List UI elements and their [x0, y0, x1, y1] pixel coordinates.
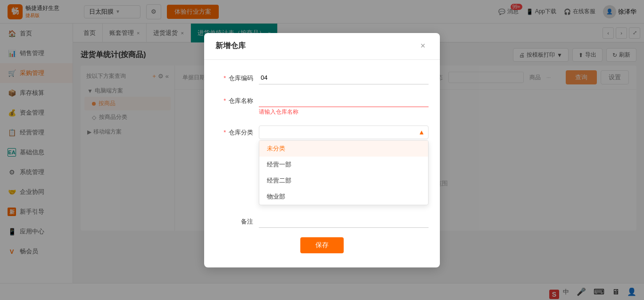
name-label: * 仓库名称 — [215, 94, 253, 105]
save-button[interactable]: 保存 — [300, 237, 344, 253]
code-control — [259, 71, 429, 84]
note-input[interactable] — [259, 215, 429, 228]
dropdown-item-dept1[interactable]: 经营一部 — [259, 157, 428, 173]
dropdown-item-uncat[interactable]: 未分类 — [259, 141, 428, 157]
modal-body: * 仓库编码 * 仓库名称 — [204, 60, 440, 228]
name-input[interactable] — [259, 94, 429, 107]
form-row-category: * 仓库分类 ▲ 未 — [215, 125, 429, 205]
modal-overlay: 新增仓库 × * 仓库编码 — [73, 42, 644, 300]
category-label: * 仓库分类 — [215, 125, 253, 137]
main-layout: 🏠 首页 📊 销售管理 🛒 采购管理 📦 库存核算 💰 资金管理 📋 经营管理 … — [0, 24, 644, 300]
modal-footer: 保存 — [204, 237, 440, 253]
dropdown-item-dept2[interactable]: 经营二部 — [259, 173, 428, 189]
category-select-wrapper: ▲ — [259, 125, 429, 139]
page-content: 进货单统计(按商品) 🖨 按模板打印 ▼ ⬆ 导出 ↻ 刷新 — [73, 42, 644, 300]
modal-header: 新增仓库 × — [204, 42, 440, 60]
dropdown-item-property[interactable]: 物业部 — [259, 189, 428, 205]
category-dropdown: 未分类 经营一部 经营二部 物业部 — [259, 140, 429, 205]
form-row-note: 备注 — [215, 215, 429, 228]
form-row-code: * 仓库编码 — [215, 71, 429, 84]
note-label: 备注 — [215, 215, 253, 226]
name-control: 请输入仓库名称 — [259, 94, 429, 116]
content-area: 首页 账套管理 × 进货退货 × 进货单统计表（按商品） × ‹ › ⤢ — [73, 24, 644, 300]
modal-close-button[interactable]: × — [417, 42, 429, 52]
modal-add-warehouse: 新增仓库 × * 仓库编码 — [204, 42, 440, 267]
code-label: * 仓库编码 — [215, 71, 253, 83]
modal-title: 新增仓库 — [215, 42, 246, 51]
name-error-msg: 请输入仓库名称 — [259, 108, 429, 116]
category-input[interactable] — [259, 125, 429, 139]
form-row-name: * 仓库名称 请输入仓库名称 — [215, 94, 429, 116]
code-input[interactable] — [259, 71, 429, 84]
category-control: ▲ 未分类 经营一部 — [259, 125, 429, 205]
note-control — [259, 215, 429, 228]
